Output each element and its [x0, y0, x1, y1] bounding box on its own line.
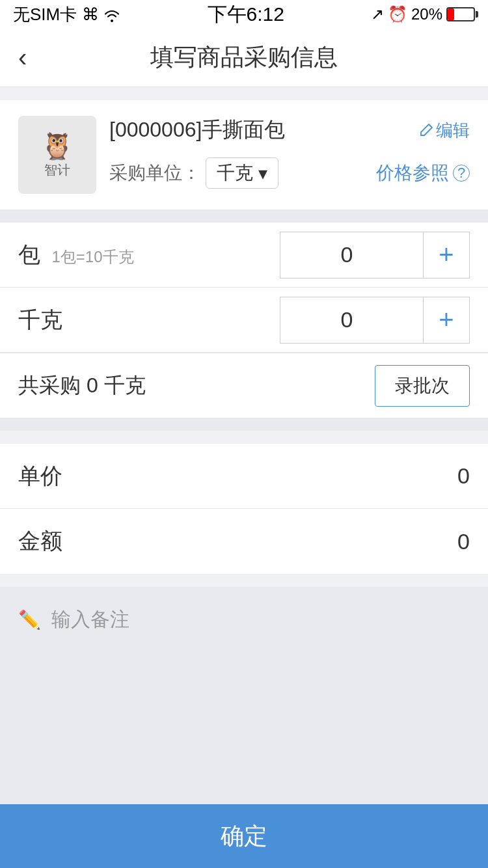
kg-input-wrap: + [280, 297, 470, 344]
package-row: 包 1包=10千克 + [0, 223, 488, 288]
amount-value: 0 [457, 529, 470, 554]
notes-section[interactable]: ✏️ 输入备注 [0, 587, 488, 704]
package-input[interactable] [280, 232, 423, 278]
product-image: 🦉 智计 [18, 116, 96, 194]
price-ref-button[interactable]: 价格参照 ? [376, 161, 470, 185]
battery-percent: 20% [411, 5, 442, 23]
amount-row: 金额 0 [0, 509, 488, 574]
back-button[interactable]: ‹ [18, 43, 27, 72]
amount-label: 金额 [18, 526, 62, 556]
confirm-button[interactable]: 确定 [0, 804, 488, 868]
alarm-icon: ⏰ [388, 5, 407, 23]
product-info: [0000006]手撕面包 编辑 采购单位： 千克 ▾ 价格参照 ? [109, 116, 470, 189]
kg-plus-button[interactable]: + [423, 297, 470, 344]
kg-row: 千克 + [0, 288, 488, 353]
price-section: 单价 0 金额 0 [0, 444, 488, 574]
kg-input[interactable] [280, 297, 423, 344]
pencil-icon: ✏️ [18, 609, 41, 631]
batch-button[interactable]: 录批次 [375, 365, 470, 407]
chevron-down-icon: ▾ [258, 163, 267, 184]
help-icon: ? [453, 165, 470, 182]
package-hint: 1包=10千克 [51, 248, 133, 265]
product-name: [0000006]手撕面包 [109, 116, 285, 144]
status-right: ↗ ⏰ 20% [371, 5, 475, 23]
kg-label: 千克 [18, 307, 62, 332]
unit-price-label: 单价 [18, 461, 62, 491]
edit-button[interactable]: 编辑 [419, 119, 470, 142]
page-title: 填写商品采购信息 [150, 42, 338, 74]
location-icon: ↗ [371, 5, 384, 23]
unit-select[interactable]: 千克 ▾ [206, 157, 278, 189]
summary-row: 共采购 0 千克 录批次 [0, 353, 488, 418]
brand-text: 智计 [44, 161, 70, 179]
divider-2 [0, 418, 488, 431]
nav-bar: ‹ 填写商品采购信息 [0, 29, 488, 87]
status-bar: 无SIM卡 ⌘ 下午6:12 ↗ ⏰ 20% [0, 0, 488, 29]
package-label: 包 [18, 242, 40, 267]
summary-text: 共采购 0 千克 [18, 372, 146, 400]
status-left: 无SIM卡 ⌘ [13, 3, 120, 26]
unit-price-value: 0 [457, 463, 470, 489]
wifi-icon: ⌘ [82, 5, 120, 25]
notes-placeholder: 输入备注 [51, 606, 129, 633]
product-card: 🦉 智计 [0000006]手撕面包 编辑 采购单位： 千克 ▾ 价格参照 ? [0, 100, 488, 210]
carrier-label: 无SIM卡 [13, 3, 77, 26]
unit-label: 采购单位： [109, 161, 200, 185]
status-time: 下午6:12 [208, 1, 284, 28]
divider-1 [0, 210, 488, 223]
package-plus-button[interactable]: + [423, 232, 470, 278]
battery-icon [446, 7, 475, 21]
input-section: 包 1包=10千克 + 千克 + 共采购 0 千克 录批次 [0, 223, 488, 418]
owl-icon: 🦉 [41, 131, 74, 161]
package-input-wrap: + [280, 232, 470, 278]
unit-price-row: 单价 0 [0, 444, 488, 509]
